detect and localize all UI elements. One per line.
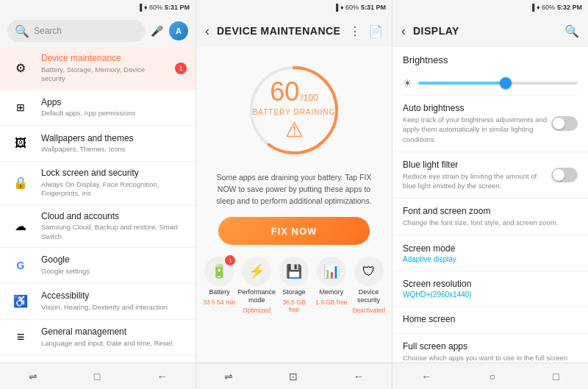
battery-circle-icon: 🔋 1 bbox=[204, 257, 234, 286]
screen-mode-row[interactable]: Screen mode Adaptive display bbox=[392, 236, 588, 271]
screen-resolution-row[interactable]: Screen resolution WQHD+(2960x1440) bbox=[392, 271, 588, 307]
performance-icon-item[interactable]: ⚡ Performancemode Optimized bbox=[239, 257, 274, 314]
p3-search-icon[interactable]: 🔍 bbox=[564, 24, 579, 38]
search-bar[interactable]: 🔍 Search bbox=[7, 20, 145, 42]
p3-back-nav-btn[interactable]: ← bbox=[415, 368, 437, 385]
font-zoom-sub: Change the font size, font style, and sc… bbox=[403, 218, 578, 227]
google-title: Google bbox=[41, 254, 187, 266]
sidebar-item-apps[interactable]: ⊞ Apps Default apps, App permissions bbox=[0, 90, 196, 126]
fix-now-button[interactable]: FIX NOW bbox=[218, 217, 370, 245]
home-screen-row[interactable]: Home screen bbox=[392, 307, 588, 334]
apps-icon: ⊞ bbox=[9, 96, 32, 119]
cloud-title: Cloud and accounts bbox=[41, 211, 187, 223]
sidebar-item-accessibility[interactable]: ♿ Accessibility Vision, Hearing, Dexteri… bbox=[0, 284, 196, 320]
blue-light-row[interactable]: Blue light filter Reduce eye strain by l… bbox=[392, 152, 588, 199]
settings-list: ⚙ Device maintenance Battery, Storage, M… bbox=[0, 47, 196, 363]
memory-circle-icon: 📊 bbox=[317, 257, 346, 286]
battery-value: 60 bbox=[270, 79, 299, 105]
accessibility-title: Accessibility bbox=[41, 290, 187, 302]
sidebar-item-google[interactable]: G Google Google settings bbox=[0, 248, 196, 284]
p3-home-nav-btn[interactable]: ○ bbox=[484, 368, 501, 385]
auto-brightness-row[interactable]: Auto brightness Keep track of your brigh… bbox=[392, 96, 588, 152]
google-icon: G bbox=[9, 254, 32, 277]
p2-recent-btn[interactable]: ⇌ bbox=[218, 368, 239, 385]
general-sub: Language and input, Date and time, Reset bbox=[41, 339, 187, 348]
p3-status-bar: ▐ ♦ 60% 5:32 PM bbox=[392, 0, 588, 15]
p1-time: 5:31 PM bbox=[165, 4, 190, 11]
performance-icon-label: Performancemode bbox=[237, 288, 276, 304]
sidebar-item-wallpapers[interactable]: 🖼 Wallpapers and themes Wallpapers, Them… bbox=[0, 126, 196, 162]
memory-icon-label: Memory bbox=[320, 288, 344, 296]
full-screen-title: Full screen apps bbox=[403, 341, 578, 351]
battery-message: Some apps are draining your battery. Tap… bbox=[196, 168, 392, 211]
blue-light-toggle[interactable] bbox=[551, 168, 578, 182]
battery-icon-item[interactable]: 🔋 1 Battery 33 h 54 min bbox=[201, 257, 237, 314]
apps-sub: Default apps, App permissions bbox=[41, 109, 187, 118]
p2-nav-footer: ⇌ ⊡ ← bbox=[196, 363, 392, 389]
p3-nav-footer: ← ○ □ bbox=[392, 363, 588, 389]
full-screen-row[interactable]: Full screen apps Choose which apps you w… bbox=[392, 334, 588, 363]
lock-sub: Always On Display, Face Recognition, Fin… bbox=[41, 180, 187, 199]
sidebar-item-device-maintenance[interactable]: ⚙ Device maintenance Battery, Storage, M… bbox=[0, 47, 196, 90]
battery-warning-icon: ⚠ bbox=[285, 118, 304, 142]
storage-icon-label: Storage bbox=[282, 288, 306, 296]
battery-label: BATTERY DRAINING bbox=[253, 108, 336, 116]
mic-icon: 🎤 bbox=[151, 25, 163, 37]
p2-back-btn[interactable]: ← bbox=[348, 368, 370, 385]
p1-home-btn[interactable]: □ bbox=[88, 368, 106, 385]
font-zoom-row[interactable]: Font and screen zoom Change the font siz… bbox=[392, 199, 588, 235]
memory-icon-sub: 1.9 GB free bbox=[315, 299, 347, 306]
cloud-icon: ☁ bbox=[9, 214, 32, 238]
settings-panel: ▐ ♦ 60% 5:31 PM 🔍 Search 🎤 A ⚙ Device ma… bbox=[0, 0, 196, 389]
blue-light-title: Blue light filter bbox=[403, 160, 551, 170]
storage-icon-item[interactable]: 💾 Storage 36.5 GB free bbox=[276, 257, 312, 314]
auto-brightness-sub: Keep track of your brightness adjustment… bbox=[403, 115, 551, 144]
brightness-slider-row[interactable]: ☀ bbox=[392, 74, 588, 95]
auto-brightness-toggle[interactable] bbox=[551, 116, 578, 131]
performance-icon-sub: Optimized bbox=[243, 307, 270, 314]
device-maintenance-sub: Battery, Storage, Memory, Device securit… bbox=[41, 65, 166, 84]
p2-home-btn[interactable]: ⊡ bbox=[283, 368, 304, 385]
p2-time: 5:31 PM bbox=[361, 4, 386, 11]
sidebar-item-lock-screen[interactable]: 🔒 Lock screen and security Always On Dis… bbox=[0, 162, 196, 204]
device-maintenance-panel: ▐ ♦ 60% 5:31 PM ‹ DEVICE MAINTENANCE ⋮ 📄… bbox=[196, 0, 392, 389]
brightness-section: Brightness bbox=[392, 47, 588, 74]
display-settings-content: Brightness ☀ Auto brightness Keep track … bbox=[392, 47, 588, 363]
general-title: General management bbox=[41, 326, 187, 338]
font-zoom-title: Font and screen zoom bbox=[403, 206, 578, 216]
device-maintenance-badge: 1 bbox=[175, 63, 187, 74]
display-settings-panel: ▐ ♦ 60% 5:32 PM ‹ DISPLAY 🔍 Brightness ☀… bbox=[392, 0, 588, 389]
battery-inner: 60 /100 BATTERY DRAINING ⚠ bbox=[243, 59, 345, 162]
p3-recent-nav-btn[interactable]: □ bbox=[547, 368, 564, 385]
p1-back-btn[interactable]: ← bbox=[151, 368, 173, 385]
p2-title: DEVICE MAINTENANCE bbox=[217, 25, 342, 37]
wallpapers-title: Wallpapers and themes bbox=[41, 133, 187, 145]
p3-header: ‹ DISPLAY 🔍 bbox=[392, 15, 588, 47]
brightness-slider[interactable] bbox=[418, 82, 578, 85]
p2-back-button[interactable]: ‹ bbox=[205, 24, 209, 39]
google-sub: Google settings bbox=[41, 267, 187, 276]
p3-title: DISPLAY bbox=[413, 25, 557, 37]
p2-status-bar: ▐ ♦ 60% 5:31 PM bbox=[196, 0, 392, 15]
battery-icon-label: Battery bbox=[209, 288, 230, 296]
sidebar-item-general[interactable]: ≡ General management Language and input,… bbox=[0, 320, 196, 356]
p1-recent-btn[interactable]: ⇌ bbox=[23, 368, 43, 385]
p3-back-button[interactable]: ‹ bbox=[401, 24, 406, 39]
battery-icon-sub: 33 h 54 min bbox=[203, 299, 235, 306]
p2-header-icons: ⋮ 📄 bbox=[349, 24, 383, 38]
screen-mode-value: Adaptive display bbox=[403, 255, 578, 263]
memory-icon-item[interactable]: 📊 Memory 1.9 GB free bbox=[314, 257, 349, 314]
p3-time: 5:32 PM bbox=[557, 4, 582, 11]
full-screen-sub: Choose which apps you want to use in the… bbox=[403, 353, 578, 363]
security-icon-item[interactable]: 🛡 Device security Deactivated bbox=[351, 257, 387, 314]
sidebar-item-software[interactable]: ↑ Software update Download updates, Sche… bbox=[0, 356, 196, 363]
avatar[interactable]: A bbox=[169, 21, 188, 40]
p2-doc-icon[interactable]: 📄 bbox=[368, 24, 383, 38]
battery-icon-badge: 1 bbox=[225, 255, 235, 265]
accessibility-icon: ♿ bbox=[9, 290, 32, 313]
accessibility-sub: Vision, Hearing, Dexterity and interacti… bbox=[41, 303, 187, 312]
p1-status-icons: ▐ ♦ 60% bbox=[137, 4, 162, 11]
p2-menu-icon[interactable]: ⋮ bbox=[349, 24, 361, 38]
sidebar-item-cloud[interactable]: ☁ Cloud and accounts Samsung Cloud, Back… bbox=[0, 205, 196, 248]
storage-icon-sub: 36.5 GB free bbox=[276, 299, 312, 313]
